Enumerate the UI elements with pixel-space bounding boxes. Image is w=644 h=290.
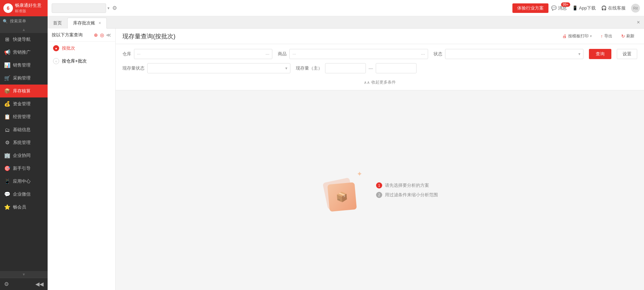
product-label: 商品: [278, 51, 287, 57]
app-download-btn[interactable]: 📱 App下载: [572, 5, 596, 11]
filter-row-1: 仓库 ··· ··· 商品 ··· ···: [122, 49, 637, 59]
sidebar-item-appcenter[interactable]: 📱 应用中心: [0, 175, 48, 188]
messages-badge: 99+: [561, 2, 570, 7]
scheme-label-by-batch: 按批次: [62, 45, 75, 51]
sidebar-scroll-up[interactable]: ▲: [0, 26, 48, 33]
warehouse-field: 仓库 ··· ···: [122, 49, 272, 59]
user-profile-btn[interactable]: Rit: [631, 4, 640, 13]
query-btn[interactable]: 查询: [589, 49, 611, 59]
empty-hint-2: 2 用过滤条件来缩小分析范围: [376, 192, 438, 198]
page-actions: 🖨 按模板打印 ▾ ↑ 导出 ↻ 刷新: [560, 32, 638, 40]
sidebar-item-finance[interactable]: 💰 资金管理: [0, 97, 48, 110]
collapse-sidebar-icon[interactable]: ◀◀: [35, 281, 44, 287]
status-select[interactable]: ▾: [445, 49, 583, 59]
empty-sparkle-icon: ✦: [357, 170, 362, 178]
settings-scheme-icon[interactable]: ◎: [100, 32, 104, 38]
sidebar-label-purchase: 采购管理: [13, 75, 31, 81]
sidebar-item-quick-nav[interactable]: ⊞ 快捷导航: [0, 33, 48, 46]
hint-text-1: 请先选择要分析的方案: [385, 182, 429, 188]
export-btn[interactable]: ↑ 导出: [598, 32, 615, 40]
tab-close-icon[interactable]: ×: [99, 21, 101, 25]
warehouse-label: 仓库: [122, 51, 131, 57]
print-icon: 🖨: [562, 34, 567, 39]
sidebar-item-enterprise[interactable]: 🏢 企业协同: [0, 149, 48, 162]
refresh-label: 刷新: [626, 33, 634, 39]
stock-qty-from-input[interactable]: [325, 63, 366, 73]
scheme-label-by-warehouse-batch: 按仓库+批次: [62, 58, 87, 64]
add-scheme-icon[interactable]: ⊕: [94, 32, 98, 38]
enterprise-icon: 🏢: [4, 152, 10, 159]
sidebar-item-purchase[interactable]: 🛒 采购管理: [0, 72, 48, 85]
main-area: ▾ ⚙ 体验行业方案 💬 消息 99+ 📱 App下载 🎧 在线客服 Rit: [48, 0, 644, 290]
topbar-search-input[interactable]: [52, 3, 106, 13]
sidebar-item-member[interactable]: ⭐ 畅会员: [0, 201, 48, 214]
sidebar-label-finance: 资金管理: [13, 101, 31, 107]
empty-hint-1: 1 请先选择要分析的方案: [376, 182, 438, 188]
print-label: 按模板打印: [568, 33, 589, 39]
scheme-item-by-warehouse-batch[interactable]: ○ 按仓库+批次: [48, 55, 115, 68]
topbar-dropdown-icon[interactable]: ▾: [107, 6, 109, 11]
warehouse-input[interactable]: ··· ···: [134, 49, 272, 59]
sidebar-item-inventory[interactable]: 📦 库存核算: [0, 85, 48, 97]
sidebar-item-operation[interactable]: 📋 经营管理: [0, 110, 48, 123]
status-label: 状态: [434, 51, 442, 57]
stock-qty-label: 现存量（主）: [296, 65, 322, 71]
sidebar-header: 6 畅康通好生意 标准版: [0, 0, 48, 16]
hint-text-2: 用过滤条件来缩小分析范围: [385, 192, 438, 198]
sidebar-scroll-down[interactable]: ▼: [0, 271, 48, 278]
online-service-btn[interactable]: 🎧 在线客服: [601, 5, 626, 11]
sidebar-item-basic[interactable]: 🗂 基础信息: [0, 123, 48, 136]
settings-icon[interactable]: ⚙: [4, 281, 9, 287]
sidebar-label-newguide: 新手引导: [13, 165, 31, 171]
filter-row-2: 现存量状态 ▾ 现存量（主） —: [122, 63, 637, 73]
empty-box: 📦: [327, 182, 357, 212]
sidebar: 6 畅康通好生意 标准版 🔍 搜索菜单 ▲ ⊞ 快捷导航 📢 营销推广 📊 销售…: [0, 0, 48, 290]
sidebar-item-marketing[interactable]: 📢 营销推广: [0, 46, 48, 59]
hint-num-2: 2: [376, 192, 382, 198]
export-label: 导出: [604, 33, 612, 39]
scheme-item-by-batch[interactable]: ● 按批次: [48, 42, 115, 55]
page-header: 现存量查询(按批次) 🖨 按模板打印 ▾ ↑ 导出 ↻ 刷新: [116, 29, 644, 44]
sidebar-item-newguide[interactable]: 🎯 新手引导: [0, 162, 48, 175]
stock-qty-to-input[interactable]: [376, 63, 417, 73]
operation-icon: 📋: [4, 114, 10, 120]
stock-status-select[interactable]: ▾: [147, 63, 290, 73]
app-download-label: App下载: [579, 5, 596, 11]
scheme-dot-inactive: ○: [53, 58, 59, 64]
app-edition: 标准版: [15, 8, 41, 14]
quick-nav-icon: ⊞: [4, 36, 10, 42]
messages-btn[interactable]: 💬 消息 99+: [551, 5, 567, 11]
member-icon: ⭐: [4, 204, 10, 210]
topbar-gear-icon[interactable]: ⚙: [112, 5, 117, 11]
sidebar-label-quick-nav: 快捷导航: [13, 36, 31, 42]
right-content: 现存量查询(按批次) 🖨 按模板打印 ▾ ↑ 导出 ↻ 刷新: [116, 29, 644, 290]
filter-area: 仓库 ··· ··· 商品 ··· ···: [116, 44, 644, 90]
print-btn[interactable]: 🖨 按模板打印 ▾: [560, 32, 595, 40]
refresh-btn[interactable]: ↻ 刷新: [618, 32, 637, 40]
sidebar-item-wechat[interactable]: 💬 企业微信: [0, 188, 48, 201]
sidebar-label-wechat: 企业微信: [13, 191, 31, 197]
newguide-icon: 🎯: [4, 165, 10, 171]
tab-home[interactable]: 首页: [48, 18, 67, 29]
sidebar-item-system[interactable]: ⚙ 系统管理: [0, 136, 48, 149]
content-area: 按以下方案查询 ⊕ ◎ ≪ ● 按批次 ○ 按仓库+批次 现存量查询(按批次): [48, 29, 644, 290]
system-icon: ⚙: [4, 140, 10, 146]
product-input[interactable]: ··· ···: [289, 49, 428, 59]
settings-btn[interactable]: 设置: [617, 49, 637, 59]
sidebar-search[interactable]: 🔍 搜索菜单: [0, 16, 48, 26]
warehouse-placeholder: ···: [137, 52, 140, 56]
headset-icon: 🎧: [601, 5, 607, 11]
stock-qty-field: 现存量（主） —: [296, 63, 464, 73]
tab-batch-account[interactable]: 库存批次账 ×: [67, 18, 107, 29]
sidebar-bottom: ⚙ ◀◀: [0, 278, 48, 290]
tabbar-close-right-btn[interactable]: ×: [633, 16, 644, 28]
online-service-label: 在线客服: [608, 5, 626, 11]
product-dots-icon: ···: [421, 51, 425, 57]
trial-btn[interactable]: 体验行业方案: [512, 3, 548, 13]
collapse-more-btn[interactable]: ∧∧ 收起更多条件: [122, 77, 637, 85]
sidebar-item-sales[interactable]: 📊 销售管理: [0, 59, 48, 72]
refresh-icon: ↻: [621, 34, 625, 39]
search-icon: 🔍: [3, 19, 8, 24]
sales-icon: 📊: [4, 62, 10, 68]
collapse-panel-icon[interactable]: ≪: [106, 32, 111, 38]
